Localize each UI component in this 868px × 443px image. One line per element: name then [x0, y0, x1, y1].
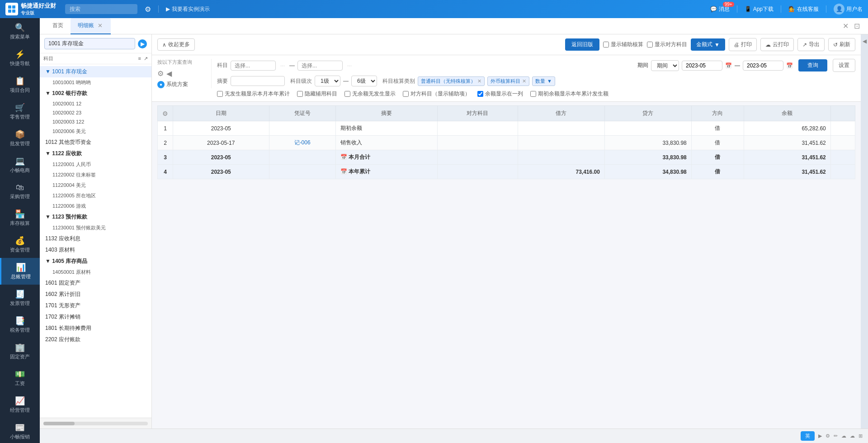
- settings-btn[interactable]: 设置: [833, 59, 855, 72]
- tab-home[interactable]: 首页: [45, 18, 71, 34]
- tree-item-10020001[interactable]: 10020001 12: [40, 99, 151, 108]
- sidebar-item-inventory[interactable]: 🏪 库存核算: [0, 205, 40, 231]
- zhaiyao-input[interactable]: [231, 76, 285, 86]
- sidebar-item-ecommerce[interactable]: 💻 小畅电商: [0, 152, 40, 178]
- sidebar-item-quicknav[interactable]: ⚡ 快捷导航: [0, 45, 40, 71]
- user-avatar-btn[interactable]: 👤 用户名: [834, 4, 863, 14]
- sidebar-item-salary[interactable]: 💵 工资: [0, 365, 40, 391]
- close-tab-btn[interactable]: ✕: [97, 22, 104, 29]
- back-old-version-btn[interactable]: 返回旧版: [565, 38, 599, 51]
- tree-item-1801[interactable]: 1801 长期待摊费用: [40, 323, 151, 334]
- kemu-start-input[interactable]: [231, 61, 276, 71]
- no-amount-checkbox[interactable]: [217, 91, 223, 97]
- bottom-edit-icon[interactable]: ✏: [834, 433, 838, 439]
- show-aux-check[interactable]: 显示辅助核算: [603, 41, 643, 48]
- scroll-track[interactable]: [43, 422, 148, 425]
- hide-aux-checkbox[interactable]: [297, 91, 303, 97]
- sidebar-item-finance[interactable]: 💰 资金管理: [0, 231, 40, 258]
- balance-one-checkbox[interactable]: [477, 91, 483, 97]
- tree-item-10020002[interactable]: 10020002 23: [40, 108, 151, 117]
- no-balance-checkbox[interactable]: [344, 91, 350, 97]
- show-opposite-checkbox[interactable]: [647, 42, 653, 48]
- sidebar-item-project[interactable]: 📋 项目合同: [0, 71, 40, 98]
- kemu-end-input[interactable]: [297, 61, 343, 71]
- level-end-select[interactable]: 6级: [351, 76, 377, 86]
- panel-close-btn[interactable]: ✕: [840, 21, 851, 31]
- sidebar-item-purchase[interactable]: 🛍 采购管理: [0, 178, 40, 205]
- check-no-amount[interactable]: 无发生额显示本月本年累计: [217, 90, 290, 98]
- gear-icon-topbar[interactable]: ⚙: [145, 5, 151, 14]
- tree-item-1001[interactable]: ▼ 1001 库存现金: [40, 66, 151, 77]
- tag-foreign-close[interactable]: ✕: [522, 78, 526, 84]
- check-opposite[interactable]: 对方科目（显示辅助项）: [403, 90, 470, 98]
- tag-normal-close[interactable]: ✕: [477, 78, 481, 84]
- col-settings-icon[interactable]: ⚙: [162, 110, 168, 117]
- nav-next-btn[interactable]: ▶: [138, 39, 147, 48]
- row-voucher[interactable]: 记-006: [269, 136, 335, 150]
- tree-item-14050001[interactable]: 14050001 原材料: [40, 267, 151, 277]
- scheme-option-system[interactable]: ● 系统方案: [157, 81, 206, 88]
- tree-item-1123[interactable]: ▼ 1123 预付账款: [40, 211, 151, 223]
- cloud-print-btn[interactable]: ☁ 云打印: [760, 38, 794, 51]
- tree-item-10020003[interactable]: 10020003 122: [40, 117, 151, 126]
- sidebar-item-invoice[interactable]: 🧾 发票管理: [0, 285, 40, 311]
- sidebar-item-operation[interactable]: 📈 经营管理: [0, 391, 40, 418]
- message-btn[interactable]: 💬 消息 99+: [710, 5, 730, 13]
- tree-item-11220002[interactable]: 11220002 往来标签: [40, 170, 151, 180]
- bottom-cloud-icon[interactable]: ☁: [841, 433, 846, 439]
- panel-maximize-btn[interactable]: ⊡: [851, 21, 863, 31]
- demo-link[interactable]: ▶ 我要看实例演示: [166, 5, 210, 13]
- amount-format-btn[interactable]: 金额式 ▼: [691, 38, 725, 51]
- sidebar-item-search[interactable]: 🔍 搜索菜单: [0, 18, 40, 45]
- initial-checkbox[interactable]: [530, 91, 536, 97]
- check-hide-aux[interactable]: 隐藏辅用科目: [297, 90, 337, 98]
- level-start-select[interactable]: 1级: [315, 76, 340, 86]
- collapse-filter-btn[interactable]: ∧ 收起更多: [157, 38, 195, 51]
- sidebar-item-assets[interactable]: 🏢 固定资产: [0, 338, 40, 365]
- check-no-balance[interactable]: 无余额无发生显示: [344, 90, 396, 98]
- app-download-btn[interactable]: 📱 App下载: [745, 5, 774, 13]
- bottom-settings-icon[interactable]: ⚙: [826, 433, 830, 439]
- tree-item-1122[interactable]: ▼ 1122 应收款: [40, 148, 151, 159]
- online-service-btn[interactable]: 💁 在线客服: [788, 5, 819, 13]
- tree-item-1403[interactable]: 1403 原材料: [40, 244, 151, 256]
- print-btn[interactable]: 🖨 打印: [729, 38, 757, 51]
- settings-filter-icon[interactable]: ⚙: [157, 69, 164, 78]
- bottom-play-icon[interactable]: ▶: [818, 433, 822, 439]
- tag-quantity[interactable]: 数量 ▼: [532, 76, 555, 86]
- tree-item-11220001[interactable]: 11220001 人民币: [40, 159, 151, 170]
- tree-item-10010001[interactable]: 10010001 哟哟哟: [40, 77, 151, 88]
- collapse-left-btn[interactable]: ◀: [166, 69, 172, 78]
- sidebar-item-wholesale[interactable]: 📦 批发管理: [0, 125, 40, 152]
- calendar-icon[interactable]: 📅: [725, 62, 732, 69]
- check-initial[interactable]: 期初余额显示本年累计发生额: [530, 90, 609, 98]
- tree-item-1012[interactable]: 1012 其他货币资金: [40, 137, 151, 148]
- show-aux-checkbox[interactable]: [603, 42, 609, 48]
- period-end-input[interactable]: [743, 61, 783, 71]
- tree-item-11220005[interactable]: 11220005 所在地区: [40, 191, 151, 201]
- tree-item-1405[interactable]: ▼ 1405 库存商品: [40, 256, 151, 267]
- check-balance-one[interactable]: 余额显示在一列: [477, 90, 523, 98]
- expand-icon[interactable]: ↗: [144, 56, 148, 62]
- tree-item-2202[interactable]: 2202 应付账款: [40, 334, 151, 345]
- tree-item-10020006[interactable]: 10020006 美元: [40, 126, 151, 137]
- opposite-checkbox[interactable]: [403, 91, 409, 97]
- global-search-input[interactable]: [65, 4, 137, 14]
- tree-item-11230001[interactable]: 11230001 预付账款美元: [40, 223, 151, 233]
- sidebar-item-retail[interactable]: 🛒 零售管理: [0, 98, 40, 125]
- show-opposite-check[interactable]: 显示对方科目: [647, 41, 687, 48]
- sidebar-item-tax[interactable]: 📑 税务管理: [0, 311, 40, 338]
- bottom-lang-btn[interactable]: 英: [801, 431, 815, 441]
- export-btn[interactable]: ↗ 导出: [797, 38, 825, 51]
- tree-item-1601[interactable]: 1601 固定资产: [40, 277, 151, 289]
- sidebar-item-report[interactable]: 📰 小畅报销: [0, 418, 40, 443]
- bottom-cloud2-icon[interactable]: ☁: [850, 433, 855, 439]
- refresh-btn[interactable]: ↺ 刷新: [828, 38, 855, 51]
- tree-item-1132[interactable]: 1132 应收利息: [40, 233, 151, 244]
- tree-item-1002[interactable]: ▼ 1002 银行存款: [40, 88, 151, 99]
- period-start-input[interactable]: [682, 61, 722, 71]
- right-edge-panel[interactable]: ◀: [861, 34, 868, 429]
- period-type-select[interactable]: 期间: [651, 60, 679, 71]
- calendar-icon2[interactable]: 📅: [786, 62, 793, 69]
- tree-item-1702[interactable]: 1702 累计摊销: [40, 311, 151, 323]
